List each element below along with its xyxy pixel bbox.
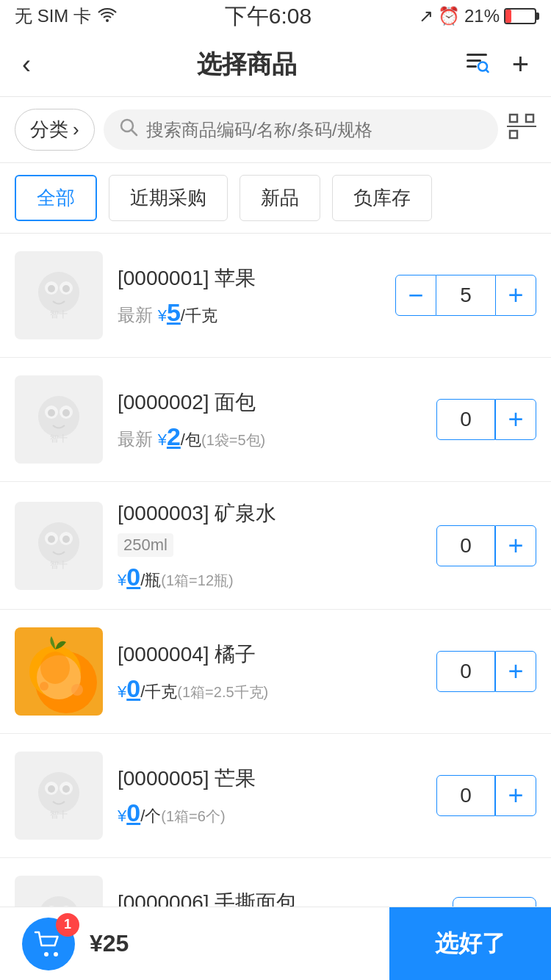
qty-input-0000004[interactable] (436, 651, 495, 692)
product-name-0000004: [0000004] 橘子 (118, 641, 422, 669)
svg-text:智十: 智十 (50, 560, 68, 570)
qty-plus-0000002[interactable]: + (495, 399, 536, 440)
svg-point-23 (38, 522, 79, 563)
product-info-0000003: [0000003] 矿泉水 250ml ¥0/瓶(1箱=12瓶) (118, 500, 422, 591)
product-price-0000003: ¥0/瓶(1箱=12瓶) (118, 563, 422, 591)
svg-point-14 (48, 285, 55, 292)
product-item-0000002: 智十 [0000002] 面包 最新 ¥2/包(1袋=5包) + (0, 358, 551, 482)
svg-line-6 (132, 131, 137, 136)
nav-bar: ‹ 选择商品 + (0, 32, 551, 97)
qty-input-0000002[interactable] (436, 399, 495, 440)
svg-rect-8 (526, 115, 533, 122)
product-name-0000003: [0000003] 矿泉水 (118, 500, 422, 527)
confirm-button[interactable]: 选好了 (389, 907, 551, 981)
product-price-0000001: 最新 ¥5/千克 (118, 298, 381, 327)
battery-percent: 21% (464, 6, 500, 26)
svg-point-35 (38, 772, 79, 813)
svg-rect-1 (467, 60, 481, 62)
add-button[interactable]: + (512, 48, 529, 81)
qty-plus-0000004[interactable]: + (495, 651, 536, 692)
location-icon: ↗ (419, 6, 433, 26)
qty-plus-0000003[interactable]: + (495, 525, 536, 566)
svg-point-49 (54, 952, 58, 956)
qty-plus-0000001[interactable]: + (495, 275, 536, 316)
product-info-0000004: [0000004] 橘子 ¥0/千克(1箱=2.5千克) (118, 641, 422, 703)
svg-rect-0 (467, 54, 487, 56)
status-bar: 无 SIM 卡 下午6:08 ↗ ⏰ 21% (0, 0, 551, 32)
product-price-0000004: ¥0/千克(1箱=2.5千克) (118, 674, 422, 703)
product-list: 智十 [0000001] 苹果 最新 ¥5/千克 − + 智十 (0, 234, 551, 980)
search-input[interactable] (146, 120, 483, 140)
svg-text:智十: 智十 (50, 309, 68, 320)
qty-control-0000005: + (436, 775, 536, 816)
filter-bar: 分类 › (0, 97, 551, 163)
product-info-0000001: [0000001] 苹果 最新 ¥5/千克 (118, 264, 381, 327)
tab-recent[interactable]: 近期采购 (109, 175, 228, 221)
cart-area: 1 ¥25 (0, 918, 389, 970)
product-price-0000005: ¥0/个(1箱=6个) (118, 799, 422, 827)
svg-point-38 (48, 785, 55, 793)
svg-point-26 (48, 536, 55, 543)
nav-actions: + (464, 48, 529, 81)
tab-bar: 全部 近期采购 新品 负库存 (0, 163, 551, 234)
cart-badge: 1 (56, 913, 79, 937)
product-image-0000002: 智十 (15, 375, 103, 464)
svg-point-11 (38, 272, 79, 313)
tab-new[interactable]: 新品 (240, 175, 320, 221)
product-info-0000005: [0000005] 芒果 ¥0/个(1箱=6个) (118, 765, 422, 827)
product-name-0000005: [0000005] 芒果 (118, 765, 422, 793)
status-right: ↗ ⏰ 21% (419, 6, 536, 26)
qty-control-0000002: + (436, 399, 536, 440)
filter-button[interactable] (464, 48, 490, 81)
back-button[interactable]: ‹ (22, 49, 31, 80)
qty-input-0000005[interactable] (436, 775, 495, 816)
qty-control-0000003: + (436, 525, 536, 566)
category-label: 分类 (30, 117, 68, 143)
chevron-right-icon: › (73, 118, 79, 141)
svg-point-32 (40, 652, 70, 684)
page-title: 选择商品 (197, 48, 297, 82)
wifi-icon (97, 6, 118, 26)
product-item-0000004: [0000004] 橘子 ¥0/千克(1箱=2.5千克) + (0, 610, 551, 734)
status-left: 无 SIM 卡 (15, 4, 118, 28)
search-icon (118, 117, 139, 143)
tab-negative[interactable]: 负库存 (332, 175, 432, 221)
svg-point-15 (62, 285, 70, 292)
svg-point-33 (71, 684, 83, 696)
search-box (104, 109, 498, 150)
product-price-0000002: 最新 ¥2/包(1袋=5包) (118, 422, 422, 451)
scan-button[interactable] (507, 112, 536, 148)
svg-line-4 (486, 70, 488, 72)
svg-rect-7 (510, 115, 517, 122)
battery-icon (504, 8, 536, 24)
svg-point-27 (62, 536, 70, 543)
qty-input-0000003[interactable] (436, 525, 495, 566)
product-image-0000004 (15, 627, 103, 716)
product-item-0000003: 智十 [0000003] 矿泉水 250ml ¥0/瓶(1箱=12瓶) + (0, 482, 551, 610)
svg-point-20 (48, 409, 55, 417)
product-image-0000001: 智十 (15, 251, 103, 339)
svg-rect-2 (467, 65, 477, 68)
cart-button[interactable]: 1 (22, 918, 75, 970)
bottom-bar: 1 ¥25 选好了 (0, 907, 551, 980)
svg-rect-9 (510, 131, 517, 138)
svg-point-48 (44, 952, 48, 956)
product-item-0000001: 智十 [0000001] 苹果 最新 ¥5/千克 − + (0, 234, 551, 358)
qty-control-0000004: + (436, 651, 536, 692)
qty-control-0000001: − + (395, 275, 536, 316)
svg-point-5 (121, 120, 133, 131)
alarm-icon: ⏰ (438, 6, 460, 26)
svg-point-17 (38, 396, 79, 437)
qty-plus-0000005[interactable]: + (495, 775, 536, 816)
category-button[interactable]: 分类 › (15, 109, 95, 151)
svg-text:智十: 智十 (50, 810, 68, 820)
qty-input-0000001[interactable] (436, 275, 495, 316)
cart-total: ¥25 (90, 930, 129, 957)
qty-minus-0000001[interactable]: − (395, 275, 436, 316)
product-name-0000001: [0000001] 苹果 (118, 264, 381, 292)
status-time: 下午6:08 (225, 1, 311, 32)
product-info-0000002: [0000002] 面包 最新 ¥2/包(1袋=5包) (118, 389, 422, 451)
product-name-0000002: [0000002] 面包 (118, 389, 422, 417)
tab-all[interactable]: 全部 (15, 175, 97, 221)
carrier-text: 无 SIM 卡 (15, 4, 91, 28)
